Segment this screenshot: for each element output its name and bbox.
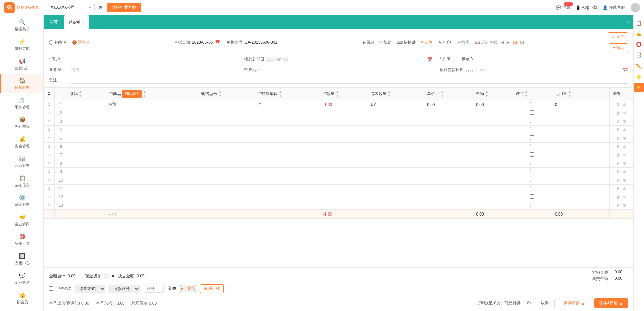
cell-pkg-qty[interactable] bbox=[368, 176, 424, 185]
copy-icon[interactable]: ⊕ bbox=[623, 153, 626, 157]
delete-icon[interactable]: 🗑 bbox=[616, 127, 620, 132]
cell-spec[interactable] bbox=[198, 100, 255, 109]
cell-product[interactable] bbox=[106, 151, 198, 159]
cell-gift[interactable] bbox=[513, 193, 552, 201]
cell-qty[interactable] bbox=[320, 176, 368, 185]
settings-button[interactable]: ⚙ 设置 bbox=[608, 32, 628, 41]
cell-price[interactable] bbox=[424, 151, 473, 159]
payment-help-icon[interactable]: ? bbox=[228, 286, 230, 291]
cell-price[interactable]: 0.00 bbox=[424, 100, 473, 109]
cell-barcode[interactable] bbox=[67, 143, 106, 151]
customer-addr-input[interactable] bbox=[266, 66, 427, 73]
cell-pkg-qty[interactable] bbox=[368, 151, 424, 159]
radio-return[interactable]: 退货单 bbox=[72, 40, 90, 45]
cell-gift[interactable] bbox=[513, 176, 552, 185]
right-tool-2[interactable]: 🔒 bbox=[634, 29, 644, 38]
table-wrapper[interactable]: ⚙ 条码▲▼ **商品 扫码录入 ▲▼ bbox=[44, 87, 633, 267]
cell-price[interactable] bbox=[424, 109, 473, 117]
cell-price[interactable] bbox=[424, 143, 473, 151]
cell-qty[interactable] bbox=[320, 168, 368, 176]
copy-icon[interactable]: ⊕ bbox=[623, 203, 626, 208]
row-gear-icon[interactable]: ⚙ bbox=[47, 111, 51, 115]
sidebar-item-search[interactable]: 🔍 搜索菜单 bbox=[0, 15, 43, 35]
one-click-payment-label[interactable]: 一键收款 bbox=[49, 286, 71, 291]
cell-spec[interactable] bbox=[198, 134, 255, 143]
cell-unit[interactable] bbox=[255, 168, 320, 176]
gift-checkbox[interactable] bbox=[530, 194, 534, 199]
radio-return-input[interactable] bbox=[72, 40, 77, 45]
cell-gift[interactable] bbox=[513, 143, 552, 151]
sidebar-item-marketing[interactable]: 📢 营销推广 bbox=[0, 54, 43, 74]
payment-method-select[interactable]: 结算方式 bbox=[75, 285, 105, 293]
logistics-button[interactable]: + 物流 bbox=[609, 43, 628, 52]
delivery-date-cal-icon[interactable]: 📅 bbox=[623, 68, 628, 72]
cell-pkg-qty[interactable] bbox=[368, 143, 424, 151]
cell-barcode[interactable] bbox=[67, 117, 106, 126]
cell-pkg-qty[interactable] bbox=[368, 185, 424, 193]
cell-barcode[interactable] bbox=[67, 151, 106, 159]
row-gear-icon[interactable]: ⚙ bbox=[47, 136, 51, 141]
cell-pkg-qty[interactable] bbox=[368, 126, 424, 134]
cell-unit[interactable] bbox=[255, 117, 320, 126]
delete-icon[interactable]: 🗑 bbox=[616, 111, 620, 115]
cell-pkg-qty[interactable] bbox=[368, 159, 424, 168]
delete-icon[interactable]: 🗑 bbox=[616, 136, 620, 141]
cell-amount[interactable] bbox=[473, 185, 513, 193]
cell-barcode[interactable] bbox=[67, 168, 106, 176]
cell-spec[interactable] bbox=[198, 193, 255, 201]
right-tool-7[interactable]: ⚡ bbox=[634, 83, 644, 92]
cell-unit[interactable] bbox=[255, 143, 320, 151]
cell-amount[interactable] bbox=[473, 176, 513, 185]
cell-amount[interactable] bbox=[473, 159, 513, 168]
cell-qty[interactable] bbox=[320, 151, 368, 159]
cell-barcode[interactable] bbox=[67, 193, 106, 201]
cell-product[interactable] bbox=[106, 168, 198, 176]
row-gear-icon[interactable]: ⚙ bbox=[47, 195, 51, 199]
row-gear-icon[interactable]: ⚙ bbox=[47, 169, 51, 174]
cell-gift[interactable] bbox=[513, 201, 552, 210]
cell-spec[interactable] bbox=[198, 201, 255, 210]
cell-product[interactable] bbox=[106, 159, 198, 168]
cell-qty[interactable] bbox=[320, 117, 368, 126]
delete-icon[interactable]: 🗑 bbox=[616, 169, 620, 174]
copy-icon[interactable]: ⊕ bbox=[623, 136, 626, 141]
expense-split-button[interactable]: 费用分摊 bbox=[200, 284, 224, 293]
sidebar-item-wechat[interactable]: 💬 企业微信 bbox=[0, 269, 43, 288]
history-btn[interactable]: 📖 历史单据 bbox=[473, 39, 498, 46]
cell-amount[interactable] bbox=[473, 201, 513, 210]
scan-button[interactable]: 扫码录入 bbox=[122, 90, 142, 98]
abandon-button[interactable]: 放弃 bbox=[535, 298, 555, 308]
cell-amount[interactable] bbox=[473, 126, 513, 134]
cell-qty[interactable] bbox=[320, 109, 368, 117]
cell-price[interactable] bbox=[424, 168, 473, 176]
cell-gift[interactable] bbox=[513, 134, 552, 143]
warehouse-ellipsis[interactable]: ··· bbox=[624, 57, 628, 62]
gift-checkbox[interactable] bbox=[530, 127, 534, 131]
payment-due-input[interactable] bbox=[266, 56, 425, 63]
row-gear-icon[interactable]: ⚙ bbox=[47, 153, 51, 157]
cell-qty[interactable] bbox=[320, 201, 368, 210]
cell-barcode[interactable] bbox=[67, 134, 106, 143]
cell-unit[interactable] bbox=[255, 159, 320, 168]
gift-checkbox[interactable] bbox=[530, 161, 534, 165]
tab-close-all-btn[interactable]: × bbox=[623, 15, 633, 29]
gift-checkbox[interactable] bbox=[530, 169, 534, 173]
right-tool-5[interactable]: ✏️ bbox=[634, 61, 644, 71]
row-gear-icon[interactable]: ⚙ bbox=[47, 186, 51, 191]
copy-icon[interactable]: ⊕ bbox=[623, 144, 626, 149]
operate-btn[interactable]: ⋯ 操作 bbox=[455, 39, 471, 46]
row-gear-icon[interactable]: ⚙ bbox=[47, 127, 51, 132]
cell-barcode[interactable] bbox=[67, 159, 106, 168]
cell-qty[interactable] bbox=[320, 193, 368, 201]
cell-gift[interactable] bbox=[513, 159, 552, 168]
cell-spec[interactable] bbox=[198, 151, 255, 159]
sidebar-item-operations[interactable]: 📊 经营管理 bbox=[0, 152, 43, 171]
gift-checkbox[interactable] bbox=[530, 186, 534, 190]
gift-checkbox[interactable] bbox=[530, 144, 534, 148]
cell-unit[interactable] bbox=[255, 126, 320, 134]
copy-icon[interactable]: ⊕ bbox=[623, 178, 626, 183]
cell-amount[interactable] bbox=[473, 193, 513, 201]
col-settings-header[interactable]: ⚙ bbox=[44, 88, 55, 100]
cell-unit[interactable] bbox=[255, 176, 320, 185]
row-gear-icon[interactable]: ⚙ bbox=[47, 102, 51, 107]
